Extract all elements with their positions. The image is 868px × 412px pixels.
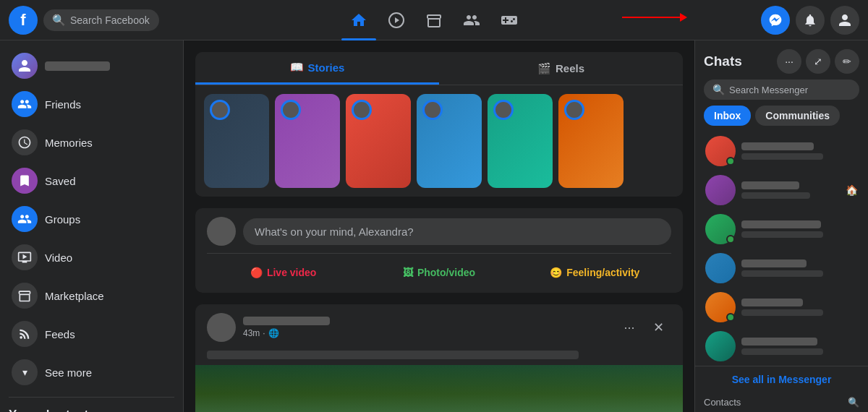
search-input[interactable] [70,14,150,26]
chat-item-4[interactable] [698,249,865,288]
photo-label: Photo/video [417,267,475,278]
nav-marketplace-button[interactable] [417,3,451,38]
profile-name-blurred [45,61,110,71]
story-card-6[interactable] [558,94,624,188]
chat-info-6 [741,338,858,355]
chat-item-2[interactable]: 🏠 [698,171,865,210]
feeds-label: Feeds [45,328,75,340]
messenger-button[interactable] [761,6,790,35]
story-card-3[interactable] [346,94,411,188]
post-avatar [207,313,236,342]
live-video-button[interactable]: 🔴 Live video [207,261,359,284]
chat-preview-4 [741,270,823,277]
stories-tabs: 📖 Stories 🎬 Reels [195,52,683,85]
chats-more-button[interactable]: ··· [777,49,801,74]
story-avatar-6 [564,100,584,120]
chat-preview-5 [741,309,823,316]
chat-item-3[interactable] [698,210,865,249]
chats-header: Chats ··· ⤢ ✏ [695,40,868,80]
profile-avatar [12,53,38,79]
chat-info-5 [741,299,858,316]
chat-list: 🏠 [695,132,868,366]
reels-tab[interactable]: 🎬 Reels [439,52,683,85]
post-time: 43m · 🌐 [243,328,609,338]
notifications-button[interactable] [796,6,825,35]
contacts-search-icon[interactable]: 🔍 [848,397,859,408]
chat-name-3 [741,220,821,228]
topnav-center [182,3,686,38]
right-sidebar-chats: Chats ··· ⤢ ✏ 🔍 Inbox Communities [694,40,868,412]
topnav-right [686,6,859,35]
chat-preview-2 [741,192,810,199]
sidebar-item-memories[interactable]: Memories [3,124,180,161]
see-all-messenger-button[interactable]: See all in Messenger [732,374,832,385]
groups-icon [12,206,38,232]
stories-tab[interactable]: 📖 Stories [195,52,439,85]
your-shortcuts-title: Your shortcuts [0,403,183,412]
sidebar-item-video[interactable]: Video [3,239,180,276]
nav-groups-button[interactable] [454,3,489,38]
globe-icon: 🌐 [268,328,279,338]
chat-avatar-wrap-5 [705,292,736,322]
post-close-button[interactable]: ✕ [645,314,671,340]
sidebar-item-saved[interactable]: Saved [3,162,180,199]
post-more-button[interactable]: ··· [616,314,642,340]
chat-avatar-wrap-4 [705,253,736,283]
sidebar-item-see-more[interactable]: ▾ See more [3,353,180,391]
top-navigation: f 🔍 [0,0,868,40]
post-header-actions: ··· ✕ [616,314,671,340]
chats-title: Chats [704,53,773,69]
nav-watch-button[interactable] [379,3,414,38]
chat-info-2 [741,181,840,199]
story-card-2[interactable] [275,94,340,188]
chat-item-1[interactable] [698,132,865,171]
sidebar-item-feeds[interactable]: Feeds [3,315,180,353]
story-card-5[interactable] [488,94,553,188]
sidebar-item-friends[interactable]: Friends [3,85,180,123]
chats-expand-button[interactable]: ⤢ [806,49,830,74]
center-feed: 📖 Stories 🎬 Reels [184,40,694,412]
stories-strip [195,85,683,197]
post-time-value: 43m [243,328,260,338]
chat-preview-6 [741,348,823,355]
sidebar-item-marketplace[interactable]: Marketplace [3,277,180,314]
chat-name-6 [741,338,817,346]
sidebar-item-groups[interactable]: Groups [3,200,180,238]
composer-top: What's on your mind, Alexandra? [207,217,671,246]
nav-gaming-button[interactable] [492,3,527,38]
main-layout: Friends Memories Saved Groups [0,40,868,412]
chat-item-6[interactable] [698,327,865,366]
photo-video-button[interactable]: 🖼 Photo/video [362,261,515,284]
profile-row[interactable] [3,47,180,85]
composer-input[interactable]: What's on your mind, Alexandra? [243,218,671,245]
story-card-1[interactable] [204,94,269,188]
chats-compose-button[interactable]: ✏ [835,49,859,74]
video-icon [12,244,38,270]
stories-reels-container: 📖 Stories 🎬 Reels [195,52,683,197]
post-title-bar-outer [195,351,683,365]
chat-search[interactable]: 🔍 [704,80,859,100]
online-indicator-3 [726,235,735,244]
chat-avatar-6 [705,331,736,361]
reels-tab-label: Reels [556,62,584,74]
inbox-tab[interactable]: Inbox [704,106,751,126]
stories-tab-label: Stories [308,61,345,74]
marketplace-icon [12,283,38,309]
arrow-line [622,17,680,18]
story-card-4[interactable] [417,94,482,188]
search-bar[interactable]: 🔍 [43,9,159,31]
photo-icon: 🖼 [403,267,413,278]
post-name-blurred [243,317,330,325]
video-label: Video [45,252,72,264]
post-header: 43m · 🌐 ··· ✕ [195,304,683,351]
chat-search-input[interactable] [729,85,851,95]
online-indicator-5 [726,313,735,322]
post-meta: 43m · 🌐 [243,317,609,338]
account-menu-button[interactable] [830,6,859,35]
chat-item-5[interactable] [698,288,865,327]
chat-info-1 [741,142,858,160]
feeling-button[interactable]: 😊 Feeling/activity [519,261,671,284]
nav-home-button[interactable] [341,3,376,38]
arrow-head [680,13,687,22]
communities-tab[interactable]: Communities [755,106,840,126]
